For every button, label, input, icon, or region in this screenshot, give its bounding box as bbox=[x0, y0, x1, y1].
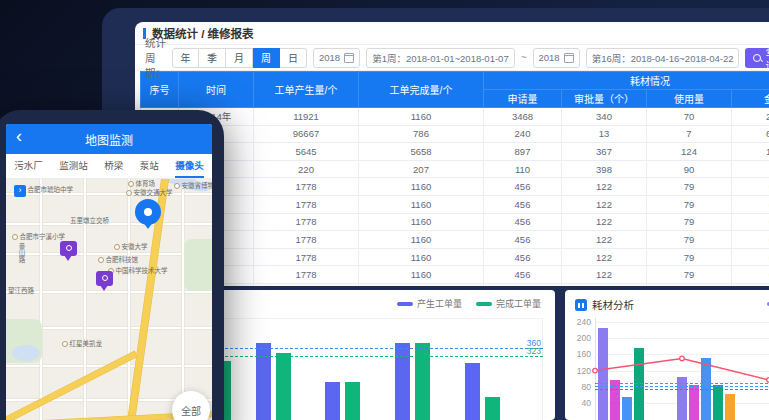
bar bbox=[689, 385, 699, 420]
map-all-button[interactable]: 全部 bbox=[172, 391, 210, 420]
phone-tab-bar: 污水厂监测站桥梁泵站摄像头 bbox=[6, 154, 212, 179]
gridline bbox=[595, 371, 769, 372]
map-label: 安徽交通大学 bbox=[126, 189, 173, 196]
table-cell: 1160 bbox=[359, 266, 484, 284]
map-label: 望江西路 bbox=[8, 287, 34, 294]
start-year-picker[interactable]: 2018 bbox=[313, 48, 360, 68]
table-row: 96667786240137690 bbox=[141, 125, 769, 143]
table-cell: 5645 bbox=[254, 143, 359, 161]
table-cell: 786 bbox=[359, 125, 484, 143]
y-tick-label: 80 bbox=[565, 382, 591, 392]
bar bbox=[415, 343, 430, 420]
table-cell: 349 bbox=[647, 283, 732, 286]
map-expander-button[interactable]: › bbox=[14, 185, 26, 197]
phone-screen: ‹ 地图监测 污水厂监测站桥梁泵站摄像头 bbox=[6, 124, 212, 420]
map-view[interactable]: › 合肥市琥珀中学体育场安徽交通大学安徽省博物馆五里墩立交桥合肥市宁溪小学安徽大… bbox=[6, 179, 212, 420]
period-option[interactable]: 季 bbox=[199, 48, 226, 68]
table-cell: 456 bbox=[484, 248, 562, 266]
y-tick-label: 160 bbox=[565, 349, 591, 359]
phone-tab[interactable]: 桥梁 bbox=[104, 154, 123, 178]
table-cell: 897 bbox=[484, 143, 562, 161]
table-cell: 122 bbox=[562, 178, 647, 196]
bar bbox=[598, 328, 608, 420]
map-label: 安徽大学 bbox=[114, 243, 148, 250]
breadcrumb: 数据统计 / 维修报表 bbox=[152, 25, 254, 41]
table-cell: 122 bbox=[562, 266, 647, 284]
period-option[interactable]: 月 bbox=[226, 48, 253, 68]
camera-marker[interactable] bbox=[96, 271, 113, 286]
end-year-value: 2018 bbox=[539, 52, 560, 63]
selected-pin-marker[interactable] bbox=[135, 199, 161, 225]
table-cell: 19 bbox=[732, 160, 769, 178]
table-cell: 1778 bbox=[254, 266, 359, 284]
table-cell: 456 bbox=[484, 266, 562, 284]
bar bbox=[256, 343, 271, 420]
table-cell: 122 bbox=[562, 213, 647, 231]
end-year-picker[interactable]: 2018 bbox=[533, 48, 580, 68]
table-cell: 67 bbox=[732, 231, 769, 249]
phone-tab[interactable]: 摄像头 bbox=[175, 154, 204, 178]
sub-column-header: 申请量 bbox=[484, 90, 562, 108]
table-row: 2202071103989019 bbox=[141, 160, 769, 178]
period-option[interactable]: 日 bbox=[280, 48, 307, 68]
map-pond bbox=[12, 345, 40, 361]
bar bbox=[345, 382, 360, 420]
table-cell: 55390 bbox=[359, 283, 484, 286]
table-cell: 367 bbox=[562, 143, 647, 161]
period-option[interactable]: 周 bbox=[253, 48, 280, 68]
table-cell: 456 bbox=[484, 195, 562, 213]
map-road bbox=[128, 179, 130, 420]
column-header: 时间 bbox=[179, 72, 254, 108]
phone-tab[interactable]: 泵站 bbox=[140, 154, 159, 178]
bar bbox=[713, 385, 723, 420]
start-week-value: 第1周：2018-01-01~2018-01-07 bbox=[372, 51, 509, 65]
column-header: 工单产生量/个 bbox=[254, 72, 359, 108]
table-cell: 1160 bbox=[359, 213, 484, 231]
table-cell: 5658 bbox=[359, 143, 484, 161]
table-cell: 33 bbox=[732, 283, 769, 286]
phone-tab[interactable]: 监测站 bbox=[59, 154, 88, 178]
period-option[interactable]: 年 bbox=[172, 48, 199, 68]
table-cell: 1778 bbox=[254, 195, 359, 213]
end-week-value: 第16周：2018-04-16~2018-04-22 bbox=[592, 51, 734, 65]
map-label: 合肥市琥珀中学 bbox=[20, 186, 73, 193]
y-tick-label: 200 bbox=[565, 333, 591, 343]
table-cell: 70 bbox=[647, 108, 732, 126]
reference-line bbox=[595, 389, 769, 390]
query-button[interactable]: 查询 bbox=[745, 48, 769, 68]
table-cell: 110 bbox=[484, 160, 562, 178]
table-row: 12014年119211160346834070250 bbox=[141, 108, 769, 126]
legend-swatch bbox=[476, 302, 492, 306]
column-header: 工单完成量/个 bbox=[359, 72, 484, 108]
map-label: 体育场 bbox=[128, 180, 155, 187]
table-cell: 67 bbox=[732, 195, 769, 213]
sub-column-header: 金额 bbox=[732, 90, 769, 108]
gridline bbox=[595, 338, 769, 339]
bar bbox=[622, 397, 632, 420]
camera-marker[interactable] bbox=[60, 241, 77, 256]
table-cell: 122 bbox=[562, 195, 647, 213]
table-cell: 250 bbox=[732, 108, 769, 126]
group-header: 耗材情况 bbox=[484, 72, 769, 90]
table-row: 177811604561227967 bbox=[141, 266, 769, 284]
table-cell: 690 bbox=[732, 125, 769, 143]
period-label: 统计周期： bbox=[145, 35, 166, 80]
table-cell: 859 bbox=[562, 283, 647, 286]
reference-line bbox=[210, 356, 543, 357]
calendar-icon bbox=[564, 53, 574, 63]
table-cell: 129 bbox=[732, 143, 769, 161]
phone-tab[interactable]: 污水厂 bbox=[14, 154, 43, 178]
phone-header: ‹ 地图监测 bbox=[6, 124, 212, 154]
table-cell: 67 bbox=[732, 213, 769, 231]
y-tick-label: 240 bbox=[565, 317, 591, 327]
map-label: 安徽省博物馆 bbox=[174, 182, 212, 189]
start-week-picker[interactable]: 第1周：2018-01-01~2018-01-07 bbox=[366, 48, 515, 68]
table-row: 177811604561227967 bbox=[141, 213, 769, 231]
table-cell: 1778 bbox=[254, 231, 359, 249]
dashboard-card: 数据统计 / 维修报表 统计周期： 年季月周日 2018 第1周：2018-01… bbox=[135, 22, 769, 286]
back-chevron-icon[interactable]: ‹ bbox=[16, 126, 22, 147]
phone-title: 地图监测 bbox=[85, 131, 133, 148]
table-cell: 398 bbox=[562, 160, 647, 178]
bar bbox=[395, 343, 410, 420]
end-week-picker[interactable]: 第16周：2018-04-16~2018-04-22 bbox=[586, 48, 740, 68]
